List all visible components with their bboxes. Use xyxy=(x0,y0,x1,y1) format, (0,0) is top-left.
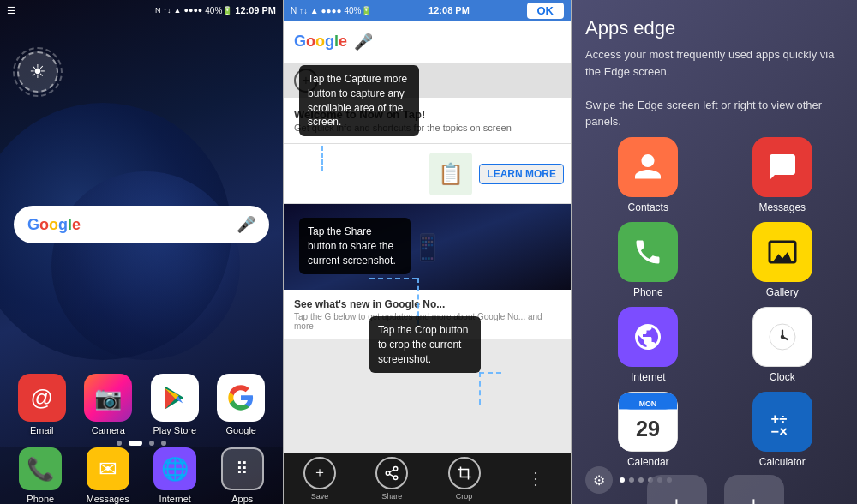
clock-icon xyxy=(752,307,812,367)
page-dot-4 xyxy=(161,441,166,446)
more-options-button[interactable]: ⋮ xyxy=(520,468,551,489)
calendar-icon: MON 29 xyxy=(618,392,678,452)
see-whats-title: See what's new in Google No... xyxy=(294,298,560,310)
camera-label: Camera xyxy=(92,425,125,435)
add-apps-row: + + xyxy=(585,475,845,505)
voice-search-icon[interactable]: 🎤 xyxy=(237,215,255,234)
svg-text:MON: MON xyxy=(639,399,656,407)
add-app-button-1[interactable]: + xyxy=(647,475,707,505)
camera-icon: 📷 xyxy=(84,374,132,422)
page-dot-home xyxy=(129,441,142,446)
android-icon: ☰ xyxy=(7,5,15,16)
capture-more-button[interactable]: ☀ xyxy=(17,51,58,93)
calculator-icon: +÷ −× xyxy=(752,392,812,452)
p2-status-bar: N ↑↓ ▲ ●●●● 40%🔋 12:08 PM OK xyxy=(284,0,571,21)
callout-share: Tap the Share button to share the curren… xyxy=(299,218,411,274)
screenshot-tutorial-panel: N ↑↓ ▲ ●●●● 40%🔋 12:08 PM OK Google 🎤 + … xyxy=(284,0,571,504)
gallery-label: Gallery xyxy=(766,286,799,298)
edge-phone-label: Phone xyxy=(633,286,663,298)
messages-icon: ✉ xyxy=(87,447,129,490)
app-camera[interactable]: 📷 Camera xyxy=(81,374,137,435)
svg-point-0 xyxy=(394,466,399,471)
apps-edge-panel: Apps edge Access your most frequently us… xyxy=(572,0,857,504)
crop-icon xyxy=(448,457,481,489)
internet-label: Internet xyxy=(159,494,191,504)
svg-text:29: 29 xyxy=(636,416,660,440)
bottom-dock: 📞 Phone ✉ Messages 🌐 Internet ⠿ Apps xyxy=(0,447,283,504)
edge-app-internet[interactable]: Internet xyxy=(585,307,711,383)
svg-point-7 xyxy=(781,334,785,339)
google-label: Google xyxy=(226,425,256,435)
network-icon: N xyxy=(155,6,161,15)
share-label: Share xyxy=(381,492,402,501)
dock-phone[interactable]: 📞 Phone xyxy=(7,447,75,504)
google-icon xyxy=(217,374,265,422)
playstore-label: Play Store xyxy=(153,425,196,435)
app-google[interactable]: Google xyxy=(213,374,270,435)
p2-google-logo: Google xyxy=(294,33,347,51)
apps-label: Apps xyxy=(231,494,253,504)
edge-messages-icon xyxy=(752,137,812,197)
crop-action[interactable]: Crop xyxy=(448,457,481,501)
app-grid: @ Email 📷 Camera Play Store Google xyxy=(0,374,283,435)
edge-app-phone[interactable]: Phone xyxy=(585,222,711,298)
edge-app-messages[interactable]: Messages xyxy=(720,137,846,213)
dock-apps[interactable]: ⠿ Apps xyxy=(209,447,277,504)
edge-app-calculator[interactable]: +÷ −× Calculator xyxy=(720,392,846,468)
ok-button[interactable]: OK xyxy=(527,3,565,19)
callout3-line-h xyxy=(479,372,501,374)
svg-point-2 xyxy=(394,476,399,480)
wifi-icon: ▲ xyxy=(174,6,182,15)
google-search-bar[interactable]: Google 🎤 xyxy=(14,206,269,243)
edge-app-calendar[interactable]: MON 29 Calendar xyxy=(585,392,711,468)
signal-icon: ↑↓ xyxy=(164,6,171,15)
contacts-label: Contacts xyxy=(628,201,668,213)
callout-crop: Tap the Crop button to crop the current … xyxy=(369,316,481,373)
phone-icon: 📞 xyxy=(19,447,62,490)
app-email[interactable]: @ Email xyxy=(14,374,70,435)
email-label: Email xyxy=(30,425,54,435)
save-icon: ＋ xyxy=(303,457,336,489)
callout-capture-text: Tap the Capture more button to capture a… xyxy=(308,73,407,128)
svg-line-3 xyxy=(390,474,394,477)
edge-app-clock[interactable]: Clock xyxy=(720,307,846,383)
crop-label: Crop xyxy=(456,492,473,501)
learn-more-button[interactable]: LEARN MORE xyxy=(479,164,564,184)
battery-text: 40%🔋 xyxy=(205,6,232,15)
apps-edge-grid: Contacts Messages Phone xyxy=(585,137,845,468)
callout1-line xyxy=(321,146,323,171)
home-screen-panel: ☰ N ↑↓ ▲ ●●●● 40%🔋 12:09 PM ☀ Google 🎤 @… xyxy=(0,0,283,504)
callout-share-text: Tap the Share button to share the curren… xyxy=(308,225,396,267)
dock-internet[interactable]: 🌐 Internet xyxy=(141,447,209,504)
page-indicator xyxy=(0,441,283,446)
page-dot-3 xyxy=(149,441,154,446)
share-icon xyxy=(375,457,408,489)
google-logo: Google xyxy=(27,216,81,234)
signal-bars: ●●●● xyxy=(184,6,203,15)
app-playstore[interactable]: Play Store xyxy=(147,374,203,435)
svg-text:−×: −× xyxy=(770,423,787,437)
apps-edge-content: Apps edge Access your most frequently us… xyxy=(572,0,857,504)
svg-rect-5 xyxy=(460,469,468,477)
add-app-button-2[interactable]: + xyxy=(724,475,784,505)
svg-point-1 xyxy=(387,471,391,475)
apps-edge-description: Access your most frequently used apps qu… xyxy=(585,46,845,130)
status-bar: ☰ N ↑↓ ▲ ●●●● 40%🔋 12:09 PM xyxy=(0,0,283,21)
callout2-line-h xyxy=(369,278,417,279)
svg-line-4 xyxy=(390,469,394,471)
apps-icon: ⠿ xyxy=(221,447,264,490)
save-action[interactable]: ＋ Save xyxy=(303,457,336,501)
messages-label: Messages xyxy=(87,494,129,504)
edge-internet-icon xyxy=(618,307,678,367)
edge-app-contacts[interactable]: Contacts xyxy=(585,137,711,213)
p2-google-bar[interactable]: Google 🎤 xyxy=(284,21,571,63)
screenshot-action-bar: ＋ Save Share Crop ⋮ xyxy=(284,453,571,504)
share-action[interactable]: Share xyxy=(375,457,408,501)
dock-messages[interactable]: ✉ Messages xyxy=(75,447,142,504)
edge-app-gallery[interactable]: Gallery xyxy=(720,222,846,298)
calendar-label: Calendar xyxy=(627,456,669,468)
p2-mic-icon[interactable]: 🎤 xyxy=(354,33,373,51)
playstore-icon xyxy=(151,374,199,422)
time-display: 12:09 PM xyxy=(235,5,276,15)
edge-phone-icon xyxy=(618,222,678,282)
